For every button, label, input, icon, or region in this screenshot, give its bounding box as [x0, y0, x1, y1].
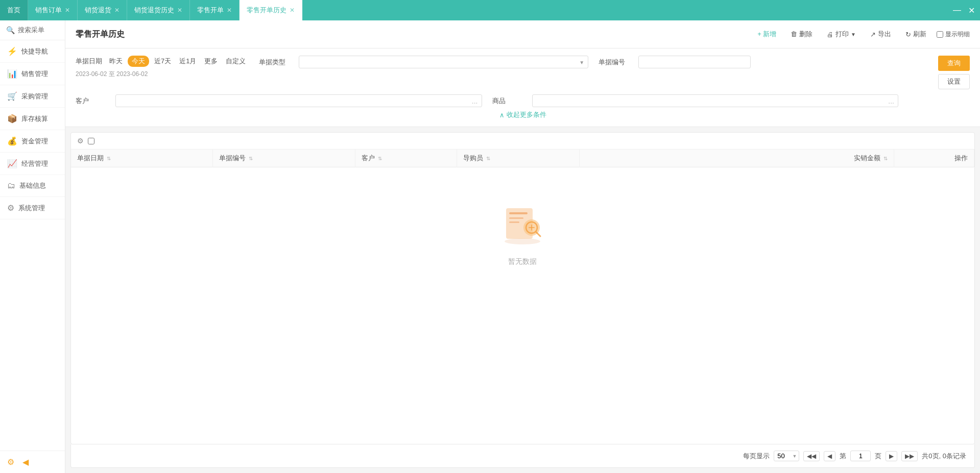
col-number-sort-icon[interactable]: ⇅ — [249, 156, 253, 161]
sidebar-item-purchase-mgmt-label: 采购管理 — [21, 92, 48, 101]
close-retail-open-icon[interactable]: ✕ — [227, 7, 232, 14]
close-button[interactable]: ✕ — [968, 6, 975, 15]
sidebar-item-system[interactable]: ⚙ 系统管理 — [0, 197, 65, 219]
tab-sales-return-history-label: 销货退货历史 — [134, 6, 174, 15]
quick-nav-icon: ⚡ — [7, 46, 17, 56]
close-retail-open-history-icon[interactable]: ✕ — [290, 7, 295, 14]
sidebar-item-inventory[interactable]: 📦 库存核算 — [0, 108, 65, 130]
table-section: ⚙ 单据日期 ⇅ 单据编号 ⇅ 客户 — [70, 132, 975, 444]
sidebar-item-operations[interactable]: 📈 经营管理 — [0, 153, 65, 175]
tab-sales-order-label: 销售订单 — [35, 6, 62, 15]
sidebar-bottom: ⚙ ◀ — [0, 451, 65, 473]
type-select[interactable] — [299, 56, 588, 68]
sidebar-item-basic-info-label: 基础信息 — [19, 181, 46, 190]
select-all-checkbox[interactable] — [88, 138, 94, 144]
col-action: 操作 — [894, 150, 974, 167]
customer-filter-input[interactable] — [115, 94, 482, 107]
tab-sales-return-history[interactable]: 销货退货历史 ✕ — [127, 0, 190, 20]
filter-number-group: 单据编号 — [599, 56, 928, 68]
close-sales-order-icon[interactable]: ✕ — [65, 7, 70, 14]
date-option-yesterday[interactable]: 昨天 — [106, 56, 126, 67]
sidebar-item-quick-nav[interactable]: ⚡ 快捷导航 — [0, 40, 65, 63]
delete-button[interactable]: 🗑 删除 — [786, 28, 817, 41]
date-option-custom[interactable]: 自定义 — [223, 56, 249, 67]
query-button[interactable]: 查询 — [938, 56, 970, 71]
per-page-select[interactable]: 10 20 50 100 — [774, 451, 799, 461]
goods-filter-input[interactable] — [532, 94, 899, 107]
sidebar-item-finance[interactable]: 💰 资金管理 — [0, 130, 65, 153]
customer-input-wrap: ... — [115, 94, 482, 107]
empty-text: 暂无数据 — [508, 257, 537, 266]
show-detail-checkbox[interactable] — [937, 31, 943, 38]
date-option-last-month[interactable]: 近1月 — [176, 56, 199, 67]
date-option-more[interactable]: 更多 — [201, 56, 221, 67]
sidebar-item-sales-mgmt[interactable]: 📊 销售管理 — [0, 63, 65, 85]
settings-button[interactable]: 设置 — [938, 74, 970, 89]
goods-filter-label: 商品 — [492, 96, 528, 106]
page-number-input[interactable] — [850, 451, 871, 461]
close-sales-return-history-icon[interactable]: ✕ — [177, 7, 182, 14]
tab-retail-open-history[interactable]: 零售开单历史 ✕ — [240, 0, 302, 20]
sidebar-item-quick-nav-label: 快捷导航 — [21, 47, 48, 56]
sidebar-item-basic-info[interactable]: 🗂 基础信息 — [0, 175, 65, 197]
col-date-sort-icon[interactable]: ⇅ — [107, 156, 111, 161]
page-label-after: 页 — [875, 452, 881, 461]
table-settings-icon[interactable]: ⚙ — [77, 137, 84, 145]
tab-home[interactable]: 首页 — [0, 0, 28, 20]
export-button[interactable]: ↗ 导出 — [866, 28, 895, 41]
show-detail-toggle[interactable]: 显示明细 — [937, 30, 970, 39]
svg-rect-4 — [509, 221, 519, 223]
collapse-filter-button[interactable]: ∧ 收起更多条件 — [76, 110, 970, 119]
show-detail-label-text: 显示明细 — [945, 30, 970, 39]
inventory-icon: 📦 — [7, 114, 17, 123]
toolbar: + 新增 🗑 删除 🖨 打印 ▼ ↗ 导出 ↻ 刷新 显示明细 — [753, 28, 970, 48]
date-option-last7[interactable]: 近7天 — [151, 56, 174, 67]
col-amount-sort-icon[interactable]: ⇅ — [883, 156, 888, 161]
number-filter-input[interactable] — [638, 56, 751, 68]
tab-sales-order[interactable]: 销售订单 ✕ — [28, 0, 78, 20]
tab-retail-open[interactable]: 零售开单 ✕ — [190, 0, 240, 20]
col-action-label: 操作 — [954, 154, 968, 162]
svg-rect-2 — [509, 212, 528, 214]
page-header: 零售开单历史 + 新增 🗑 删除 🖨 打印 ▼ ↗ 导出 ↻ 刷新 — [65, 20, 980, 48]
sidebar-search[interactable]: 🔍 搜索采单 — [0, 20, 65, 40]
finance-icon: 💰 — [7, 136, 17, 146]
sidebar-item-purchase-mgmt[interactable]: 🛒 采购管理 — [0, 85, 65, 108]
next-page-button[interactable]: ▶ — [886, 451, 897, 461]
tab-sales-return[interactable]: 销货退货 ✕ — [78, 0, 127, 20]
svg-point-0 — [505, 238, 540, 244]
refresh-label: 刷新 — [913, 30, 926, 39]
col-guide: 导购员 ⇅ — [457, 150, 579, 167]
print-icon: 🖨 — [827, 31, 833, 38]
print-button[interactable]: 🖨 打印 ▼ — [823, 28, 860, 41]
minimize-button[interactable]: — — [953, 6, 961, 15]
filter-action-buttons: 查询 设置 — [938, 56, 970, 89]
col-date-label: 单据日期 — [77, 154, 104, 162]
last-page-button[interactable]: ▶▶ — [901, 451, 918, 461]
sidebar-settings-icon[interactable]: ⚙ — [7, 457, 14, 467]
goods-dots[interactable]: ... — [888, 97, 894, 105]
collapse-text: 收起更多条件 — [507, 110, 546, 119]
prev-page-button[interactable]: ◀ — [824, 451, 835, 461]
table-header-row: 单据日期 ⇅ 单据编号 ⇅ 客户 ⇅ 导购员 ⇅ — [71, 150, 974, 167]
table-toolbar: ⚙ — [71, 133, 974, 150]
system-icon: ⚙ — [7, 203, 14, 213]
search-icon: 🔍 — [6, 26, 15, 34]
tab-retail-open-label: 零售开单 — [197, 6, 224, 15]
first-page-button[interactable]: ◀◀ — [803, 451, 820, 461]
type-select-wrap — [299, 56, 588, 68]
col-guide-sort-icon[interactable]: ⇅ — [486, 156, 490, 161]
print-label: 打印 — [835, 30, 849, 39]
purchase-mgmt-icon: 🛒 — [7, 91, 17, 101]
customer-dots[interactable]: ... — [472, 97, 478, 105]
col-customer-sort-icon[interactable]: ⇅ — [378, 156, 382, 161]
empty-cell: 暂无数据 — [71, 167, 974, 297]
page-label-before: 第 — [840, 452, 846, 461]
add-button[interactable]: + 新增 — [753, 28, 780, 41]
svg-rect-3 — [509, 217, 523, 219]
date-option-today[interactable]: 今天 — [128, 56, 149, 67]
close-sales-return-icon[interactable]: ✕ — [114, 7, 119, 14]
refresh-button[interactable]: ↻ 刷新 — [901, 28, 930, 41]
empty-icon — [497, 198, 548, 249]
sidebar-collapse-icon[interactable]: ◀ — [22, 457, 29, 467]
